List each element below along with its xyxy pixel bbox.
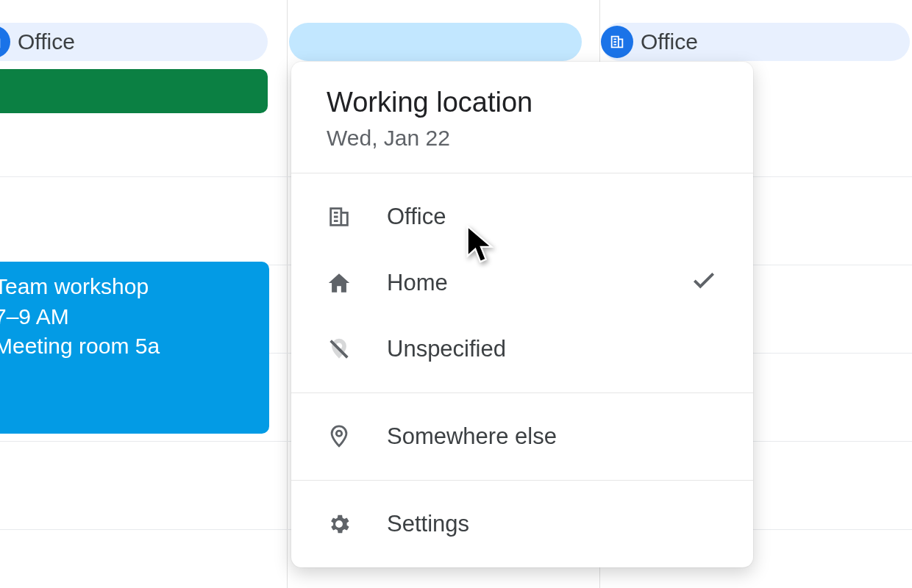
office-icon — [601, 26, 633, 58]
location-off-icon — [327, 337, 356, 362]
option-somewhere-else[interactable]: Somewhere else — [291, 404, 753, 470]
option-label: Settings — [387, 511, 718, 537]
working-location-popover: Working location Wed, Jan 22 Office Home… — [291, 62, 753, 567]
calendar-event[interactable]: Team workshop 7–9 AM Meeting room 5a — [0, 262, 269, 434]
office-icon — [327, 204, 356, 229]
working-location-chip[interactable]: Office — [601, 23, 910, 61]
popover-more: Somewhere else — [291, 393, 753, 480]
event-room: Meeting room 5a — [0, 331, 253, 362]
option-settings[interactable]: Settings — [291, 491, 753, 557]
event-time: 7–9 AM — [0, 302, 253, 332]
option-label: Home — [387, 270, 690, 296]
popover-settings: Settings — [291, 481, 753, 567]
popover-options: Office Home Unspecified — [291, 173, 753, 392]
office-icon — [0, 26, 10, 58]
gear-icon — [327, 512, 356, 537]
option-label: Somewhere else — [387, 423, 718, 450]
option-unspecified[interactable]: Unspecified — [291, 316, 753, 382]
option-label: Unspecified — [387, 336, 718, 362]
working-location-chip[interactable]: Office — [0, 23, 268, 61]
svg-point-0 — [336, 431, 341, 436]
check-icon — [690, 266, 718, 300]
popover-title: Working location — [327, 87, 718, 118]
popover-date: Wed, Jan 22 — [327, 126, 718, 151]
event-title: Team workshop — [0, 272, 253, 302]
working-location-chip-label: Office — [641, 29, 698, 54]
option-home[interactable]: Home — [291, 250, 753, 316]
home-icon — [327, 270, 356, 295]
working-location-chip-active[interactable] — [289, 23, 582, 61]
option-office[interactable]: Office — [291, 184, 753, 250]
pin-icon — [327, 424, 356, 449]
working-location-chip-label: Office — [18, 29, 75, 54]
option-label: Office — [387, 204, 718, 230]
all-day-event[interactable] — [0, 69, 268, 113]
popover-header: Working location Wed, Jan 22 — [291, 62, 753, 173]
